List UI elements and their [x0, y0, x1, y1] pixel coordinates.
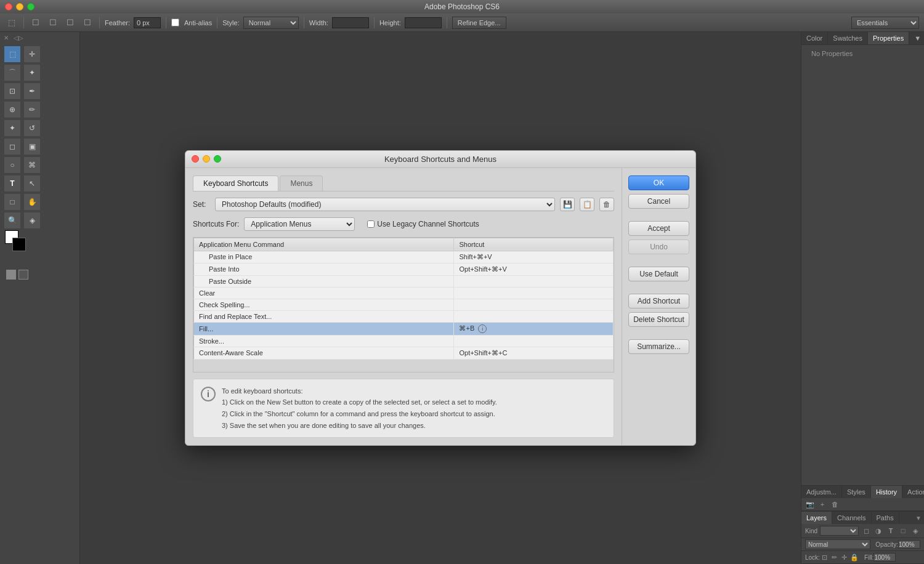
kind-select[interactable] [820, 526, 859, 536]
filter-pixel-icon[interactable]: ◻ [861, 526, 871, 536]
move-tool[interactable]: ✛ [23, 46, 41, 63]
table-row[interactable]: Content-Aware ScaleOpt+Shift+⌘+C [194, 347, 614, 359]
cancel-button[interactable]: Cancel [628, 194, 689, 209]
shortcut-info-icon[interactable]: i [478, 324, 487, 333]
minimize-button[interactable] [16, 3, 23, 10]
undo-button[interactable]: Undo [628, 240, 689, 254]
table-row[interactable]: Paste Outside [194, 275, 614, 287]
anti-alias-checkbox[interactable] [171, 18, 179, 26]
tab-more[interactable]: ▼ [909, 32, 924, 44]
dialog-close-button[interactable] [192, 155, 199, 163]
accept-button[interactable]: Accept [628, 221, 689, 236]
lock-all-icon[interactable]: 🔒 [849, 552, 859, 562]
style-select[interactable]: Normal [243, 17, 299, 29]
tab-keyboard-shortcuts[interactable]: Keyboard Shortcuts [193, 175, 278, 191]
screen-mode-icon[interactable] [18, 270, 28, 280]
filter-adjust-icon[interactable]: ◑ [873, 526, 883, 536]
dialog-maximize-button[interactable] [214, 155, 221, 163]
lasso-tool[interactable]: ⌒ [4, 64, 21, 81]
tab-swatches[interactable]: Swatches [828, 32, 868, 44]
gradient-tool[interactable]: ▣ [23, 138, 41, 155]
fill-input[interactable] [873, 553, 896, 562]
opacity-input[interactable] [898, 540, 920, 549]
set-row: Set: Photoshop Defaults (modified) 💾 📋 🗑 [193, 198, 614, 211]
shortcuts-table-wrapper[interactable]: Application Menu Command Shortcut Paste … [193, 237, 614, 373]
tab-history[interactable]: History [871, 486, 902, 498]
table-row[interactable]: Fill...⌘+Bi [194, 322, 614, 335]
hand-tool[interactable]: ✋ [23, 193, 41, 211]
height-input[interactable] [405, 17, 442, 28]
filter-shape-icon[interactable]: □ [898, 526, 908, 536]
table-row[interactable]: Find and Replace Text... [194, 310, 614, 322]
eraser-tool[interactable]: ◻ [4, 138, 21, 155]
tab-menus[interactable]: Menus [280, 175, 323, 191]
type-tool[interactable]: T [4, 175, 21, 192]
tab-layers[interactable]: Layers [801, 512, 832, 524]
ok-button[interactable]: OK [628, 175, 689, 190]
delete-shortcut-button[interactable]: Delete Shortcut [628, 312, 689, 327]
tab-properties[interactable]: Properties [868, 32, 909, 44]
marquee-tool-icon[interactable]: ⬚ [5, 16, 18, 30]
toolbar-icon-2[interactable]: ☐ [29, 16, 43, 30]
color-swatches[interactable] [5, 230, 30, 252]
path-select-tool[interactable]: ↖ [23, 175, 41, 192]
create-snapshot-icon[interactable]: 📷 [805, 499, 815, 509]
delete-state-icon[interactable]: 🗑 [830, 499, 840, 509]
filter-type-icon[interactable]: T [886, 526, 896, 536]
tab-styles[interactable]: Styles [842, 486, 871, 498]
filter-smart-icon[interactable]: ◈ [910, 526, 920, 536]
table-row[interactable]: Stroke... [194, 335, 614, 347]
tab-actions[interactable]: Actions [902, 486, 924, 498]
toolbar-icon-4[interactable]: ☐ [63, 16, 77, 30]
refine-edge-button[interactable]: Refine Edge... [452, 17, 506, 29]
set-select[interactable]: Photoshop Defaults (modified) [215, 198, 555, 211]
background-color[interactable] [12, 238, 26, 251]
table-row[interactable]: Paste in PlaceShift+⌘+V [194, 251, 614, 263]
lock-move-icon[interactable]: ✛ [840, 552, 849, 562]
shape-tool[interactable]: □ [4, 193, 21, 211]
new-set-button[interactable]: 📋 [580, 198, 594, 211]
tab-channels[interactable]: Channels [832, 512, 871, 524]
tab-paths[interactable]: Paths [872, 512, 899, 524]
lock-transparency-icon[interactable]: ⊡ [820, 552, 830, 562]
table-row[interactable]: Check Spelling... [194, 299, 614, 310]
close-button[interactable] [5, 3, 12, 10]
dialog-minimize-button[interactable] [203, 155, 210, 163]
new-layer-icon[interactable]: + [817, 499, 827, 509]
maximize-button[interactable] [27, 3, 34, 10]
quick-mask-icon[interactable] [6, 270, 16, 280]
width-input[interactable] [332, 17, 369, 28]
summarize-button[interactable]: Summarize... [628, 339, 689, 354]
save-set-button[interactable]: 💾 [560, 198, 575, 211]
toolbar-icon-3[interactable]: ☐ [46, 16, 60, 30]
use-default-button[interactable]: Use Default [628, 267, 689, 281]
history-brush-tool[interactable]: ↺ [23, 119, 41, 137]
delete-set-button[interactable]: 🗑 [599, 198, 614, 211]
layers-menu-arrow[interactable]: ▼ [913, 515, 924, 522]
quick-select-tool[interactable]: ✦ [23, 64, 41, 81]
tools-collapse-icon[interactable]: ◁▷ [14, 34, 26, 42]
blending-mode-select[interactable]: Normal [805, 539, 870, 549]
table-row[interactable]: Clear [194, 287, 614, 299]
zoom-tool[interactable]: 🔍 [4, 212, 21, 229]
legacy-checkbox[interactable] [367, 220, 375, 228]
eyedropper-tool[interactable]: ✒ [23, 83, 41, 100]
toolbar-icon-5[interactable]: ☐ [81, 16, 94, 30]
shortcuts-for-select[interactable]: Application Menus [244, 217, 355, 231]
add-shortcut-button[interactable]: Add Shortcut [628, 294, 689, 308]
table-row[interactable]: Paste IntoOpt+Shift+⌘+V [194, 263, 614, 275]
brush-tool[interactable]: ✏ [23, 101, 41, 118]
dodge-tool[interactable]: ○ [4, 156, 21, 174]
tab-adjustments[interactable]: Adjustm... [801, 486, 842, 498]
healing-brush-tool[interactable]: ⊕ [4, 101, 21, 118]
lock-brush-icon[interactable]: ✏ [830, 552, 840, 562]
extra-tool[interactable]: ◈ [23, 212, 41, 229]
feather-input[interactable] [134, 17, 161, 28]
pen-tool[interactable]: ⌘ [23, 156, 41, 174]
crop-tool[interactable]: ⊡ [4, 83, 21, 100]
essentials-select[interactable]: Essentials [851, 17, 919, 29]
clone-stamp-tool[interactable]: ✦ [4, 119, 21, 137]
selection-tool[interactable]: ⬚ [4, 46, 21, 63]
tab-color[interactable]: Color [801, 32, 828, 44]
tools-close-icon[interactable]: ✕ [4, 34, 11, 42]
